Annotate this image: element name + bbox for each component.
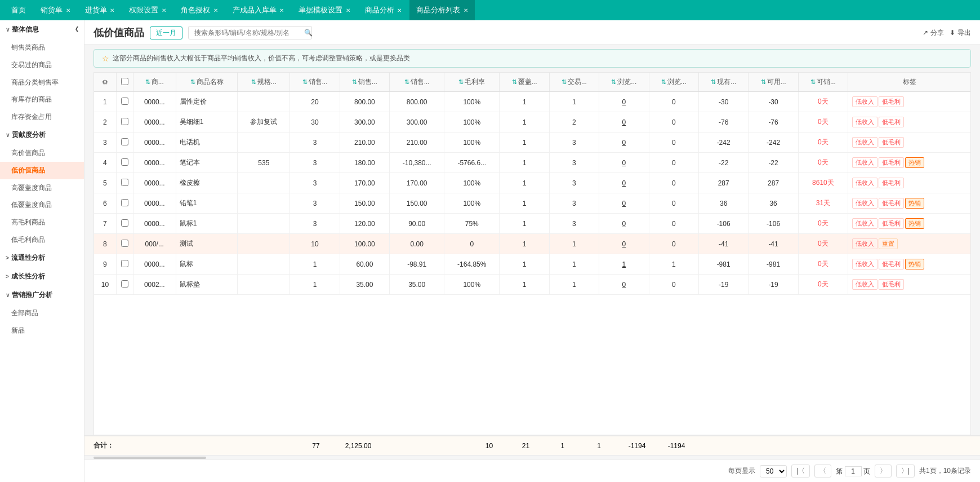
col-cover[interactable]: ⇅覆盖... <box>500 73 549 92</box>
cell-view1[interactable]: 1 <box>599 254 649 275</box>
row-checkbox[interactable] <box>121 138 128 145</box>
cell-view1[interactable]: 0 <box>599 214 649 234</box>
sidebar-group-marketing[interactable]: ∨ 营销推广分析 <box>0 286 84 304</box>
cell-name[interactable]: 鼠标 <box>176 254 238 275</box>
sidebar-group-growth[interactable]: > 成长性分析 <box>0 267 84 286</box>
sidebar-group-circulation[interactable]: > 流通性分析 <box>0 249 84 267</box>
page-size-select[interactable]: 50 <box>760 465 787 477</box>
cell-name[interactable]: 电话机 <box>176 132 238 153</box>
nav-roles[interactable]: 角色授权 ✕ <box>174 0 225 20</box>
cell-name[interactable]: 属性定价 <box>176 92 238 112</box>
cell-name[interactable]: 笔记本 <box>176 153 238 173</box>
nav-sales[interactable]: 销货单 ✕ <box>34 0 77 20</box>
sidebar-item-stock-products[interactable]: 有库存的商品 <box>0 91 84 108</box>
sidebar-item-low-value[interactable]: 低价值商品 <box>0 162 84 179</box>
sidebar-item-traded-products[interactable]: 交易过的商品 <box>0 56 84 74</box>
sidebar-item-new-products[interactable]: 新品 <box>0 322 84 339</box>
nav-purchase[interactable]: 进货单 ✕ <box>78 0 122 20</box>
export-btn[interactable]: ⬇ 导出 <box>950 28 971 38</box>
cell-view1[interactable]: 0 <box>599 112 649 132</box>
cell-view1[interactable]: 0 <box>599 193 649 214</box>
sidebar-item-category-sales-rate[interactable]: 商品分类销售率 <box>0 74 84 91</box>
row-checkbox[interactable] <box>121 98 128 105</box>
col-sale3[interactable]: ⇅销售... <box>390 73 444 92</box>
last-page-btn[interactable]: 〉| <box>896 465 915 477</box>
close-permissions[interactable]: ✕ <box>162 7 166 14</box>
view1-link[interactable]: 1 <box>622 260 626 268</box>
col-view1[interactable]: ⇅浏览... <box>599 73 649 92</box>
prev-page-btn[interactable]: 〈 <box>814 465 831 477</box>
sidebar-item-high-coverage[interactable]: 高覆盖度商品 <box>0 179 84 197</box>
view1-link[interactable]: 0 <box>622 200 626 207</box>
gear-icon[interactable]: ⚙ <box>102 78 108 86</box>
nav-permissions[interactable]: 权限设置 ✕ <box>122 0 173 20</box>
select-all-checkbox[interactable] <box>121 78 128 85</box>
share-btn[interactable]: ↗ 分享 <box>923 28 944 38</box>
cell-name[interactable]: 橡皮擦 <box>176 173 238 193</box>
col-stock3[interactable]: ⇅可销... <box>798 73 848 92</box>
search-icon[interactable]: 🔍 <box>304 29 313 37</box>
nav-template[interactable]: 单据模板设置 ✕ <box>292 0 357 20</box>
col-id[interactable]: ⇅商... <box>133 73 176 92</box>
sidebar-item-stock-funds[interactable]: 库存资金占用 <box>0 108 84 126</box>
view1-link[interactable]: 0 <box>622 281 626 289</box>
cell-view1[interactable]: 0 <box>599 173 649 193</box>
col-sale1[interactable]: ⇅销售... <box>290 73 340 92</box>
col-stock1[interactable]: ⇅现有... <box>698 73 748 92</box>
next-page-btn[interactable]: 〉 <box>875 465 892 477</box>
view1-link[interactable]: 0 <box>622 98 626 106</box>
row-checkbox[interactable] <box>121 158 128 166</box>
close-template[interactable]: ✕ <box>346 7 350 14</box>
row-checkbox[interactable] <box>121 219 128 227</box>
close-product-entry[interactable]: ✕ <box>279 7 284 14</box>
sidebar-item-all-products[interactable]: 全部商品 <box>0 304 84 322</box>
sidebar-item-high-value[interactable]: 高价值商品 <box>0 144 84 162</box>
view1-link[interactable]: 0 <box>622 118 626 126</box>
view1-link[interactable]: 0 <box>622 159 626 167</box>
sidebar-item-sales-products[interactable]: 销售类商品 <box>0 39 84 56</box>
view1-link[interactable]: 0 <box>622 220 626 228</box>
col-spec[interactable]: ⇅规格... <box>238 73 290 92</box>
col-trade[interactable]: ⇅交易... <box>549 73 599 92</box>
col-stock2[interactable]: ⇅可用... <box>749 73 798 92</box>
row-checkbox[interactable] <box>121 118 128 125</box>
row-checkbox[interactable] <box>121 260 128 267</box>
row-checkbox[interactable] <box>121 199 128 206</box>
sidebar-item-low-coverage[interactable]: 低覆盖度商品 <box>0 196 84 214</box>
col-view2[interactable]: ⇅浏览... <box>649 73 698 92</box>
col-gear[interactable]: ⚙ <box>94 73 116 92</box>
close-sales[interactable]: ✕ <box>66 7 70 14</box>
sidebar-collapse-btn[interactable]: 《 <box>72 25 78 34</box>
cell-name[interactable]: 鼠标1 <box>176 214 238 234</box>
col-sale2[interactable]: ⇅销售... <box>340 73 389 92</box>
view1-link[interactable]: 0 <box>622 179 626 187</box>
row-checkbox[interactable] <box>121 179 128 186</box>
view1-link[interactable]: 0 <box>622 240 626 248</box>
nav-product-entry[interactable]: 产成品入库单 ✕ <box>226 0 291 20</box>
col-name[interactable]: ⇅商品名称 <box>176 73 238 92</box>
sidebar-group-overall[interactable]: ∨ 整体信息 《 <box>0 20 84 39</box>
close-purchase[interactable]: ✕ <box>110 7 114 14</box>
close-product-analysis[interactable]: ✕ <box>397 7 402 14</box>
cell-name[interactable]: 吴细细1 <box>176 112 238 132</box>
sidebar-item-low-margin[interactable]: 低毛利商品 <box>0 231 84 249</box>
cell-view1[interactable]: 0 <box>599 132 649 153</box>
cell-view1[interactable]: 0 <box>599 234 649 254</box>
close-product-analysis-list[interactable]: ✕ <box>464 7 468 14</box>
cell-name[interactable]: 铅笔1 <box>176 193 238 214</box>
close-roles[interactable]: ✕ <box>213 7 218 14</box>
cell-name[interactable]: 测试 <box>176 234 238 254</box>
nav-product-analysis[interactable]: 商品分析 ✕ <box>358 0 409 20</box>
current-page[interactable]: 1 <box>845 466 862 476</box>
col-margin[interactable]: ⇅毛利率 <box>444 73 500 92</box>
filter-recent-month-btn[interactable]: 近一月 <box>150 26 182 39</box>
nav-home[interactable]: 首页 <box>5 0 33 20</box>
cell-view1[interactable]: 0 <box>599 153 649 173</box>
cell-view1[interactable]: 0 <box>599 275 649 295</box>
nav-product-analysis-list[interactable]: 商品分析列表 ✕ <box>409 0 475 20</box>
view1-link[interactable]: 0 <box>622 139 626 147</box>
row-checkbox[interactable] <box>121 240 128 247</box>
cell-view1[interactable]: 0 <box>599 92 649 112</box>
row-checkbox[interactable] <box>121 280 128 288</box>
first-page-btn[interactable]: |〈 <box>791 465 810 477</box>
